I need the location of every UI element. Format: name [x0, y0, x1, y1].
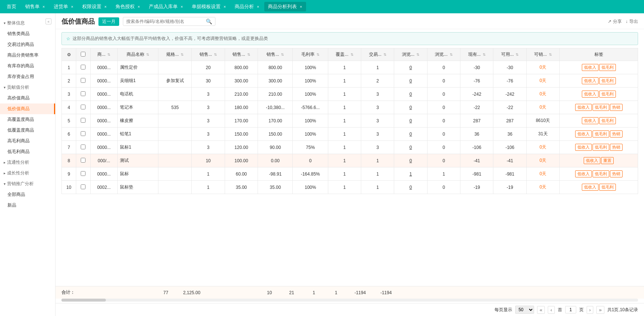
row-checkbox[interactable]: [81, 158, 85, 163]
sidebar-item-new-products[interactable]: 新品: [0, 200, 55, 211]
close-icon[interactable]: ×: [224, 4, 226, 9]
collapse-button[interactable]: «: [46, 18, 51, 24]
row-checkbox[interactable]: [81, 91, 85, 96]
row-checkbox[interactable]: [81, 145, 85, 149]
th-current-stock[interactable]: 现有... ⇅: [460, 48, 493, 61]
close-icon[interactable]: ×: [181, 4, 183, 9]
sidebar-item-stock-funds[interactable]: 库存资金占用: [0, 71, 55, 82]
browse-link[interactable]: 0: [409, 185, 412, 190]
select-all-checkbox[interactable]: [81, 52, 85, 57]
page-number-input[interactable]: [565, 306, 576, 313]
close-icon[interactable]: ×: [71, 4, 73, 9]
browse-link[interactable]: 0: [409, 78, 412, 84]
sidebar-section-marketing[interactable]: ▾ 营销推广分析: [0, 179, 55, 189]
th-available[interactable]: 可用... ⇅: [493, 48, 526, 61]
sidebar-item-stock-items[interactable]: 有库存的商品: [0, 61, 55, 71]
search-icon[interactable]: 🔍: [206, 18, 212, 24]
page-size-select[interactable]: 50 100: [515, 306, 534, 314]
export-button[interactable]: ↓ 导出: [625, 18, 638, 25]
sidebar-section-overall[interactable]: ▾ 整体信息: [0, 18, 44, 28]
close-icon[interactable]: ×: [138, 4, 140, 9]
close-icon[interactable]: ×: [104, 4, 107, 9]
nav-goods-analysis[interactable]: 商品分析 ×: [231, 2, 263, 11]
row-checkbox[interactable]: [81, 131, 85, 136]
th-sales-price[interactable]: 销售... ⇅: [225, 48, 258, 61]
browse-link[interactable]: 0: [409, 118, 412, 123]
td-sellable: 0天: [526, 88, 559, 101]
browse-link[interactable]: 0: [409, 105, 412, 110]
td-transactions: 3: [361, 101, 394, 114]
row-checkbox[interactable]: [81, 171, 85, 176]
sidebar-item-all-products[interactable]: 全部商品: [0, 189, 55, 200]
nav-template[interactable]: 单据模板设置 ×: [188, 2, 229, 11]
sidebar-item-sales-products[interactable]: 销售类商品: [0, 28, 55, 39]
sidebar-item-high-coverage[interactable]: 高覆盖度商品: [0, 114, 55, 125]
tag: 热销: [610, 170, 623, 177]
th-browse1[interactable]: 浏览... ⇅: [394, 48, 427, 61]
row-checkbox[interactable]: [81, 78, 85, 83]
browse-link[interactable]: 0: [409, 65, 412, 70]
close-icon[interactable]: ×: [300, 4, 302, 9]
nav-sales[interactable]: 销售单 ×: [21, 2, 48, 11]
th-sellable[interactable]: 可销... ⇅: [526, 48, 559, 61]
sidebar-item-traded[interactable]: 交易过的商品: [0, 39, 55, 50]
th-settings[interactable]: ⚙: [62, 48, 76, 61]
browse-link[interactable]: 0: [409, 92, 412, 97]
td-checkbox: [76, 128, 90, 141]
td-margin: -5766.6...: [293, 101, 328, 114]
th-name[interactable]: 商品名称 ⇅: [118, 48, 158, 61]
nav-home[interactable]: 首页: [3, 2, 20, 11]
table-row: 8 000/... 测试 10 100.00 0.00 0 1 1 0 0 -4…: [62, 154, 638, 167]
browse-link[interactable]: 0: [409, 158, 412, 163]
td-sales-qty: 1: [192, 181, 225, 194]
tag: 低收入: [582, 184, 598, 191]
sidebar-item-low-coverage[interactable]: 低覆盖度商品: [0, 125, 55, 136]
share-button[interactable]: ↗ 分享: [608, 18, 622, 25]
td-sales-qty: 3: [192, 101, 225, 114]
close-icon[interactable]: ×: [43, 4, 45, 9]
browse-link[interactable]: 0: [409, 145, 412, 150]
next-page-button[interactable]: ›: [587, 306, 593, 314]
sidebar-section-growth[interactable]: ▸ 成长性分析: [0, 168, 55, 179]
sidebar-section-contribution[interactable]: ▾ 贡献值分析: [0, 82, 55, 93]
last-page-button[interactable]: »: [596, 306, 604, 314]
td-sales-qty: 3: [192, 114, 225, 128]
browse-link[interactable]: 0: [409, 132, 412, 137]
browse-link[interactable]: 1: [409, 171, 412, 177]
nav-goods-analysis-list[interactable]: 商品分析列表 ×: [264, 2, 306, 11]
row-checkbox[interactable]: [81, 105, 85, 109]
row-checkbox[interactable]: [81, 65, 85, 69]
row-checkbox[interactable]: [81, 118, 85, 123]
sidebar-section-circulation[interactable]: ▸ 流通性分析: [0, 157, 55, 168]
th-spec[interactable]: 规格... ⇅: [158, 48, 192, 61]
time-filter-button[interactable]: 近一月: [98, 17, 119, 26]
nav-inbound[interactable]: 产成品入库单 ×: [145, 2, 187, 11]
first-page-button[interactable]: «: [537, 306, 545, 314]
th-browse2[interactable]: 浏览... ⇅: [427, 48, 460, 61]
sidebar-item-high-margin[interactable]: 高毛利商品: [0, 136, 55, 146]
footer-coverage: 10: [258, 290, 281, 295]
sidebar-item-category-rate[interactable]: 商品分类销售率: [0, 50, 55, 61]
footer-current-stock: -1194: [347, 290, 373, 295]
nav-purchase[interactable]: 进货单 ×: [50, 2, 77, 11]
close-icon[interactable]: ×: [257, 4, 259, 9]
nav-permission[interactable]: 权限设置 ×: [78, 2, 110, 11]
sidebar-item-high-value[interactable]: 高价值商品: [0, 93, 55, 103]
th-coverage[interactable]: 覆盖... ⇅: [328, 48, 361, 61]
nav-role[interactable]: 角色授权 ×: [112, 2, 144, 11]
prev-page-button[interactable]: ‹: [548, 306, 554, 314]
th-sales-qty[interactable]: 销售... ⇅: [192, 48, 225, 61]
sidebar-item-low-margin[interactable]: 低毛利商品: [0, 146, 55, 157]
th-margin[interactable]: 毛利率 ⇅: [293, 48, 328, 61]
th-transactions[interactable]: 交易... ⇅: [361, 48, 394, 61]
th-sales-amount[interactable]: 销售... ⇅: [258, 48, 293, 61]
sidebar-item-low-value[interactable]: 低价值商品: [0, 103, 55, 114]
scrollbar-thumb[interactable]: [61, 299, 106, 302]
scrollbar-track[interactable]: [61, 299, 638, 302]
row-checkbox[interactable]: [81, 184, 85, 189]
search-input[interactable]: [126, 19, 206, 24]
td-browse1: 0: [394, 154, 427, 167]
th-code[interactable]: 商... ⇅: [90, 48, 118, 61]
td-checkbox: [76, 74, 90, 88]
td-current-stock: -76: [460, 74, 493, 88]
